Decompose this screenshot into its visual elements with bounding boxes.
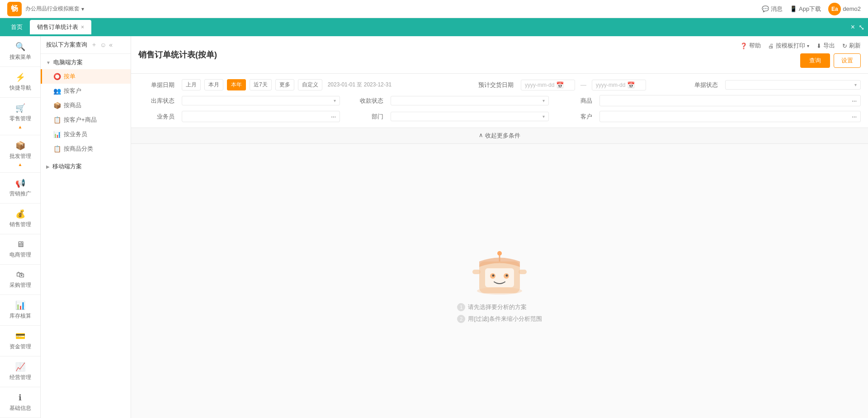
- scheme-item-by-category-label: 按商品分类: [64, 145, 93, 153]
- ship-status-select[interactable]: ▾: [182, 96, 340, 105]
- sidebar-item-sales[interactable]: 💰 销售管理: [0, 204, 40, 234]
- app-download-item[interactable]: 📱 App下载: [790, 5, 821, 13]
- wholesale-arrow: ▲: [18, 162, 23, 167]
- message-item[interactable]: 💬 消息: [762, 5, 783, 13]
- expected-date-to[interactable]: yyyy-mm-dd 📅: [592, 80, 646, 90]
- sidebar-item-wholesale[interactable]: 📦 批发管理 ▲: [0, 135, 40, 173]
- date-last-month-btn[interactable]: 上月: [182, 79, 201, 90]
- scheme-group-desktop-title[interactable]: ▼ 电脑端方案: [41, 56, 131, 69]
- sidebar-inventory-label: 库存核算: [9, 312, 31, 320]
- sidebar-search-label: 搜索菜单: [9, 53, 31, 61]
- product-more-icon[interactable]: ···: [852, 97, 857, 104]
- tab-sales-order[interactable]: 销售订单统计表 ×: [30, 20, 91, 34]
- page-header: 销售订单统计表(按单) ❓ 帮助 🖨 按模板打印 ▾ ⬇: [131, 36, 868, 74]
- payment-status-label: 收款状态: [347, 97, 383, 105]
- sidebar-item-basic[interactable]: ℹ 基础信息: [0, 387, 40, 418]
- payment-status-arrow-icon: ▾: [542, 98, 545, 103]
- customer-more-icon[interactable]: ···: [852, 113, 857, 120]
- scheme-add-icon[interactable]: ＋: [91, 41, 97, 49]
- date-more-btn[interactable]: 更多: [275, 79, 294, 90]
- sidebar-item-shortcut[interactable]: ⚡ 快捷导航: [0, 67, 40, 98]
- department-select[interactable]: ▾: [391, 112, 549, 121]
- settings-button[interactable]: 设置: [834, 53, 861, 68]
- company-dropdown[interactable]: 办公用品行业模拟账套 ▾: [25, 5, 84, 13]
- sidebar-item-inventory[interactable]: 📊 库存核算: [0, 295, 40, 326]
- sidebar-item-operations[interactable]: 📈 经营管理: [0, 356, 40, 387]
- scheme-item-by-category[interactable]: 📋 按商品分类: [41, 142, 131, 156]
- refresh-button[interactable]: ↻ 刷新: [842, 42, 861, 50]
- expand-arrow-icon: ▼: [46, 60, 51, 65]
- date-this-month-btn[interactable]: 本月: [204, 79, 223, 90]
- sidebar-item-retail[interactable]: 🛒 零售管理 ▲: [0, 98, 40, 135]
- scheme-item-by-order[interactable]: ⭕ 按单: [41, 69, 131, 84]
- refresh-label: 刷新: [849, 42, 861, 50]
- date-placeholder-1: yyyy-mm-dd: [525, 82, 554, 88]
- svg-rect-9: [472, 270, 481, 274]
- sidebar-retail-label: 零售管理: [9, 115, 31, 123]
- empty-tip-2: 2 用[过滤]条件来缩小分析范围: [457, 315, 542, 323]
- query-button[interactable]: 查询: [800, 53, 830, 68]
- header-right: ❓ 帮助 🖨 按模板打印 ▾ ⬇ 导出 ↻: [740, 42, 861, 68]
- message-icon: 💬: [762, 5, 769, 12]
- sidebar-item-marketing[interactable]: 📢 营销推广: [0, 173, 40, 204]
- app-icon: 📱: [790, 5, 797, 12]
- doc-status-select[interactable]: ▾: [725, 80, 861, 90]
- scheme-collapse-icon[interactable]: «: [109, 41, 113, 48]
- customer-select[interactable]: ···: [599, 111, 861, 122]
- empty-state: 1 请先选择要分析的方案 2 用[过滤]条件来缩小分析范围: [131, 144, 868, 418]
- salesperson-more-icon[interactable]: ···: [331, 113, 336, 120]
- svg-point-6: [506, 275, 508, 277]
- sidebar-item-search[interactable]: 🔍 搜索菜单: [0, 36, 40, 67]
- top-bar-right: 💬 消息 📱 App下载 Ea demo2: [762, 3, 861, 15]
- scheme-edit-icon[interactable]: ☺: [100, 41, 106, 48]
- sidebar-shortcut-label: 快捷导航: [9, 84, 31, 92]
- user-item[interactable]: Ea demo2: [828, 3, 861, 15]
- window-close-icon[interactable]: ×: [851, 23, 855, 31]
- logo: 畅: [7, 2, 22, 16]
- sidebar-item-ecommerce[interactable]: 🖥 电商管理: [0, 234, 40, 265]
- empty-illustration: [468, 239, 531, 298]
- empty-svg: [468, 239, 531, 298]
- window-expand-icon[interactable]: ⤡: [859, 23, 864, 32]
- sidebar-basic-label: 基础信息: [9, 404, 31, 412]
- sidebar-item-finance[interactable]: 💳 资金管理: [0, 326, 40, 356]
- doc-status-label: 单据状态: [682, 81, 718, 89]
- sidebar-operations-label: 经营管理: [9, 374, 31, 381]
- export-label: 导出: [823, 42, 835, 50]
- help-button[interactable]: ❓ 帮助: [740, 42, 761, 50]
- tab-close-icon[interactable]: ×: [81, 24, 84, 30]
- date-7days-btn[interactable]: 近7天: [250, 79, 272, 90]
- wholesale-icon: 📦: [15, 141, 25, 151]
- top-bar-left: 畅 办公用品行业模拟账套 ▾: [7, 2, 84, 16]
- scheme-panel-header: 按以下方案查询 ＋ ☺ «: [41, 36, 131, 54]
- tab-sales-order-label: 销售订单统计表: [37, 23, 78, 31]
- collapse-row[interactable]: ∧ 收起更多条件: [131, 128, 868, 144]
- payment-status-select[interactable]: ▾: [391, 96, 549, 105]
- inventory-icon: 📊: [15, 300, 25, 310]
- export-button[interactable]: ⬇ 导出: [816, 42, 835, 50]
- user-name: demo2: [843, 5, 861, 12]
- message-label: 消息: [771, 5, 783, 13]
- date-this-year-btn[interactable]: 本年: [227, 79, 246, 90]
- scheme-group-desktop-label: 电脑端方案: [53, 58, 83, 66]
- sidebar-item-purchase[interactable]: 🛍 采购管理: [0, 265, 40, 295]
- scheme-item-by-salesperson[interactable]: 📊 按业务员: [41, 127, 131, 142]
- query-actions: 查询 设置: [800, 53, 861, 68]
- tab-home[interactable]: 首页: [4, 20, 30, 34]
- scheme-item-by-customer-product[interactable]: 📋 按客户+商品: [41, 113, 131, 127]
- scheme-item-by-customer-product-label: 按客户+商品: [64, 116, 97, 124]
- date-separator: —: [580, 81, 586, 88]
- tip-text-2: 用[过滤]条件来缩小分析范围: [468, 315, 542, 323]
- date-custom-btn[interactable]: 自定义: [298, 79, 322, 90]
- scheme-group-mobile-title[interactable]: ▶ 移动端方案: [41, 160, 131, 173]
- expand-arrow-mobile-icon: ▶: [46, 164, 50, 169]
- expected-date-from[interactable]: yyyy-mm-dd 📅: [521, 80, 575, 90]
- product-select[interactable]: ···: [599, 95, 861, 106]
- salesperson-select[interactable]: ···: [182, 111, 340, 122]
- scheme-item-by-customer[interactable]: 👥 按客户: [41, 84, 131, 98]
- print-button[interactable]: 🖨 按模板打印 ▾: [768, 42, 809, 50]
- scheme-item-by-product[interactable]: 📦 按商品: [41, 98, 131, 113]
- top-bar: 畅 办公用品行业模拟账套 ▾ 💬 消息 📱 App下载 Ea demo2: [0, 0, 868, 18]
- calendar-icon-2: 📅: [627, 81, 635, 89]
- customer-label: 客户: [556, 113, 592, 121]
